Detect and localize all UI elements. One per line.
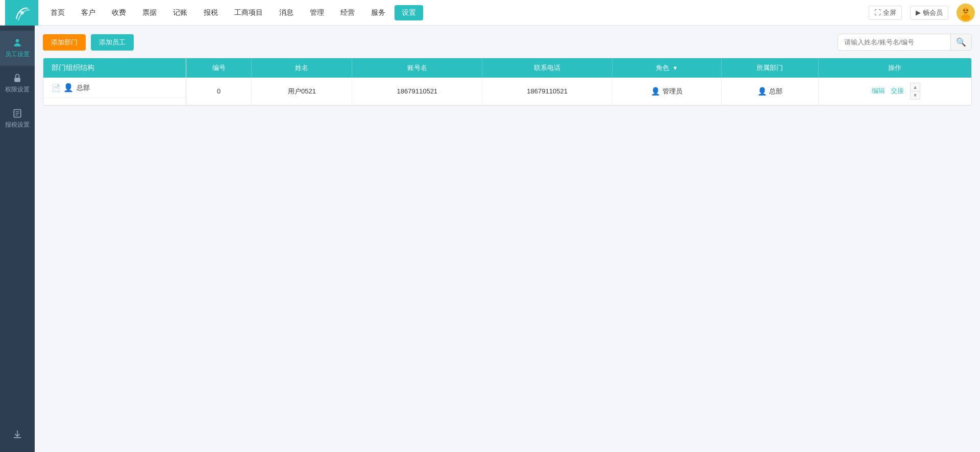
dept-tree-item[interactable]: 📄 👤 总部 bbox=[43, 78, 186, 98]
add-dept-button[interactable]: 添加部门 bbox=[43, 34, 86, 51]
cell-account: 18679110521 bbox=[352, 78, 482, 105]
add-employee-button[interactable]: 添加员工 bbox=[91, 34, 134, 51]
nav-right-actions: ⛶ 全屏 ▶ 畅会员 bbox=[869, 4, 975, 22]
nav-billing[interactable]: 收费 bbox=[105, 5, 133, 20]
dept-tree: 部门组织结构 📄 👤 总部 bbox=[43, 58, 186, 105]
cell-dept: 👤 总部 bbox=[721, 78, 818, 105]
col-role: 角色 ▼ bbox=[612, 58, 722, 78]
scroll-up-btn[interactable]: ▲ bbox=[910, 83, 920, 91]
col-name: 姓名 bbox=[252, 58, 352, 78]
nav-tax[interactable]: 报税 bbox=[197, 5, 225, 20]
nav-message[interactable]: 消息 bbox=[272, 5, 301, 20]
nav-menu: 首页 客户 收费 票据 记账 报税 工商项目 消息 管理 经营 服务 设置 bbox=[43, 5, 869, 20]
nav-manage[interactable]: 管理 bbox=[303, 5, 331, 20]
fullscreen-button[interactable]: ⛶ 全屏 bbox=[869, 6, 902, 20]
nav-accounting[interactable]: 记账 bbox=[166, 5, 194, 20]
cell-name: 用户0521 bbox=[252, 78, 352, 105]
person-icon bbox=[12, 38, 22, 48]
col-account: 账号名 bbox=[352, 58, 482, 78]
app-logo bbox=[5, 0, 38, 26]
nav-customer[interactable]: 客户 bbox=[74, 5, 103, 20]
main-layout: 员工设置 权限设置 报税设置 bbox=[0, 26, 980, 452]
table-header-row: 编号 姓名 账号名 联系电话 角色 ▼ 所属部门 操作 bbox=[186, 58, 971, 78]
file-icon: 📄 bbox=[52, 84, 60, 92]
col-actions: 操作 bbox=[818, 58, 971, 78]
sidebar-item-download[interactable] bbox=[10, 422, 24, 447]
dept-user-icon: 👤 bbox=[757, 87, 767, 96]
nav-home[interactable]: 首页 bbox=[43, 5, 72, 20]
sidebar-item-permission[interactable]: 权限设置 bbox=[0, 66, 35, 101]
svg-point-2 bbox=[961, 14, 970, 20]
lock-icon bbox=[12, 73, 22, 83]
col-phone: 联系电话 bbox=[482, 58, 612, 78]
sidebar-label-tax: 报税设置 bbox=[5, 121, 30, 129]
cell-id: 0 bbox=[186, 78, 252, 105]
nav-business[interactable]: 工商项目 bbox=[227, 5, 270, 20]
filter-icon[interactable]: ▼ bbox=[672, 65, 678, 71]
col-dept: 所属部门 bbox=[721, 58, 818, 78]
cell-phone: 18679110521 bbox=[482, 78, 612, 105]
fullscreen-icon: ⛶ bbox=[874, 9, 881, 16]
svg-point-0 bbox=[20, 11, 23, 14]
tax-icon bbox=[12, 108, 22, 118]
nav-invoice[interactable]: 票据 bbox=[135, 5, 164, 20]
nav-service[interactable]: 服务 bbox=[364, 5, 393, 20]
sidebar-item-tax[interactable]: 报税设置 bbox=[0, 101, 35, 136]
employee-area: 部门组织结构 📄 👤 总部 编号 姓名 账号名 联系电话 bbox=[43, 58, 972, 106]
main-content: 添加部门 添加员工 🔍 部门组织结构 📄 👤 总部 bbox=[35, 26, 980, 452]
svg-point-4 bbox=[967, 9, 968, 11]
download-icon bbox=[12, 430, 22, 440]
role-user-icon: 👤 bbox=[651, 87, 660, 96]
employee-table-container: 编号 姓名 账号名 联系电话 角色 ▼ 所属部门 操作 bbox=[186, 58, 971, 105]
dept-name: 总部 bbox=[77, 83, 90, 92]
svg-point-7 bbox=[17, 79, 18, 81]
sidebar: 员工设置 权限设置 报税设置 bbox=[0, 26, 35, 452]
search-box: 🔍 bbox=[838, 34, 972, 51]
dept-tree-header: 部门组织结构 bbox=[43, 58, 186, 78]
user-tree-icon: 👤 bbox=[63, 83, 74, 92]
top-navigation: 首页 客户 收费 票据 记账 报税 工商项目 消息 管理 经营 服务 设置 ⛶ … bbox=[0, 0, 980, 26]
scroll-down-btn[interactable]: ▼ bbox=[910, 91, 920, 100]
employee-table: 编号 姓名 账号名 联系电话 角色 ▼ 所属部门 操作 bbox=[186, 58, 971, 105]
page-toolbar: 添加部门 添加员工 🔍 bbox=[43, 34, 972, 51]
svg-point-3 bbox=[964, 9, 965, 11]
edit-link[interactable]: 编辑 bbox=[872, 87, 885, 94]
member-label: 畅会员 bbox=[923, 8, 943, 17]
nav-operation[interactable]: 经营 bbox=[333, 5, 362, 20]
svg-point-5 bbox=[16, 39, 19, 43]
search-button[interactable]: 🔍 bbox=[950, 34, 971, 50]
sidebar-item-employee[interactable]: 员工设置 bbox=[0, 31, 35, 66]
dept-value: 总部 bbox=[769, 87, 782, 96]
transfer-link[interactable]: 交接 bbox=[891, 87, 904, 94]
col-id: 编号 bbox=[186, 58, 252, 78]
user-avatar[interactable] bbox=[957, 4, 975, 22]
cell-role: 👤 管理员 bbox=[612, 78, 722, 105]
sidebar-label-permission: 权限设置 bbox=[5, 85, 30, 94]
search-input[interactable] bbox=[838, 35, 950, 49]
table-row: 0 用户0521 18679110521 18679110521 👤 管理员 bbox=[186, 78, 971, 105]
cell-actions: 编辑 交接 ▲ ▼ bbox=[818, 78, 971, 105]
nav-settings[interactable]: 设置 bbox=[395, 5, 423, 20]
fullscreen-label: 全屏 bbox=[883, 8, 896, 17]
sidebar-label-employee: 员工设置 bbox=[5, 50, 30, 59]
search-icon: 🔍 bbox=[956, 38, 966, 46]
member-icon: ▶ bbox=[916, 9, 921, 16]
member-button[interactable]: ▶ 畅会员 bbox=[910, 6, 948, 20]
role-value: 管理员 bbox=[663, 87, 682, 96]
